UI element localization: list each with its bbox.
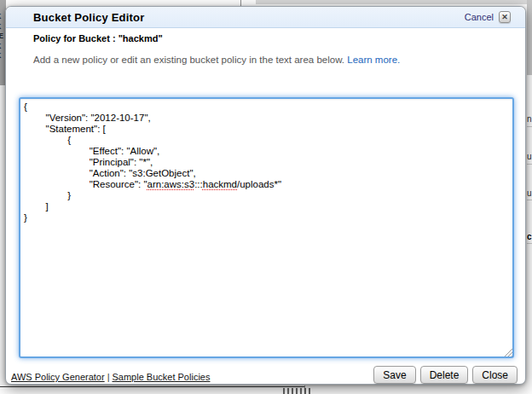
footer-links: AWS Policy Generator|Sample Bucket Polic…	[11, 372, 210, 382]
policy-for-bucket-label: Policy for Bucket : "hackmd"	[33, 33, 163, 43]
backdrop-top-gray-band	[256, 0, 532, 4]
backdrop-bottom-text-fragment	[283, 388, 310, 394]
backdrop-row-line	[527, 164, 532, 165]
dialog-button-row: Save Delete Close	[373, 366, 518, 384]
backdrop-bottom-divider	[0, 386, 305, 387]
backdrop-fragment: n	[527, 114, 532, 124]
bucket-policy-editor-dialog: Bucket Policy Editor Cancel ✕ Policy for…	[5, 6, 526, 385]
backdrop-top-divider	[240, 0, 241, 6]
backdrop-fragment: u	[527, 188, 532, 198]
backdrop-row-line	[527, 243, 532, 244]
backdrop-right-panel	[527, 0, 532, 75]
learn-more-link[interactable]: Learn more.	[347, 55, 400, 65]
sample-bucket-policies-link[interactable]: Sample Bucket Policies	[113, 372, 211, 382]
dialog-description: Add a new policy or edit an existing buc…	[33, 55, 400, 65]
backdrop-fragment: c	[527, 232, 532, 241]
dialog-title: Bucket Policy Editor	[6, 11, 144, 24]
backdrop-fragment: u	[527, 152, 532, 161]
dialog-titlebar: Bucket Policy Editor Cancel ✕	[6, 7, 525, 28]
backdrop-row-line	[527, 126, 532, 127]
cancel-link[interactable]: Cancel	[465, 12, 494, 22]
policy-textarea[interactable]: { "Version": "2012-10-17", "Statement": …	[19, 97, 514, 358]
backdrop-row-line	[527, 200, 532, 200]
save-button[interactable]: Save	[373, 366, 415, 384]
close-icon[interactable]: ✕	[499, 11, 511, 23]
close-button[interactable]: Close	[472, 366, 518, 384]
aws-policy-generator-link[interactable]: AWS Policy Generator	[11, 372, 105, 382]
textarea-resize-handle[interactable]	[504, 348, 512, 356]
description-text: Add a new policy or edit an existing buc…	[33, 55, 344, 65]
titlebar-actions: Cancel ✕	[465, 11, 525, 23]
link-separator: |	[105, 372, 113, 382]
delete-button[interactable]: Delete	[420, 366, 469, 384]
